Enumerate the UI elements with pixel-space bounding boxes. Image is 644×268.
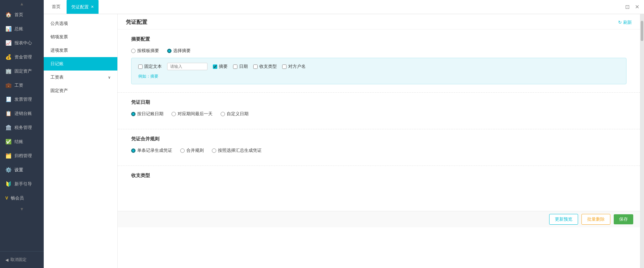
tab-bar: 首页 凭证配置 ✕ ⊡ ✕ xyxy=(44,0,644,14)
save-button[interactable]: 保存 xyxy=(614,214,633,224)
unpin-icon: ◀ xyxy=(5,258,8,262)
report-icon: 📈 xyxy=(5,40,12,46)
income-expense-type-checkbox-label[interactable]: 收支类型 xyxy=(253,63,277,70)
sidebar-scroll-up[interactable]: ▲ xyxy=(0,0,44,8)
settlement-icon: ✅ xyxy=(5,139,12,145)
sidebar-bottom: ◀ 取消固定 xyxy=(0,251,44,268)
sidebar-item-settlement[interactable]: ✅ 结账 xyxy=(0,135,44,149)
tab-voucher-config[interactable]: 凭证配置 ✕ xyxy=(67,0,99,14)
purchase-sale-icon: 📋 xyxy=(5,110,12,117)
custom-date-radio[interactable] xyxy=(221,112,225,116)
scroll-thumb[interactable] xyxy=(641,21,643,41)
voucher-date-radio-group: 按日记账日期 对应期间最后一天 自定义日期 xyxy=(131,111,627,117)
refresh-button[interactable]: ↻ 刷新 xyxy=(618,19,632,26)
page-header: 凭证配置 ↻ 刷新 xyxy=(118,14,640,30)
template-summary-radio-label[interactable]: 按模板摘要 xyxy=(131,48,159,54)
archive-icon: 🗂️ xyxy=(5,153,12,159)
main-content: 首页 凭证配置 ✕ ⊡ ✕ 公共选项 销项发票 进项发票 日记账 xyxy=(44,0,644,268)
fixed-text-input[interactable] xyxy=(167,63,207,70)
refresh-icon: ↻ xyxy=(618,20,622,25)
tab-bar-actions: ⊡ ✕ xyxy=(624,3,641,11)
left-nav-journal[interactable]: 日记账 xyxy=(44,57,117,71)
right-content-area: 凭证配置 ↻ 刷新 摘要配置 按模板摘要 选择摘要 xyxy=(118,14,640,268)
footer-bar: 更新预览 批量删除 保存 xyxy=(118,211,640,227)
date-checkbox-label[interactable]: 日期 xyxy=(233,63,248,70)
sidebar-item-newbie-guide[interactable]: 🔰 新手引导 xyxy=(0,177,44,191)
home-icon: 🏠 xyxy=(5,12,12,18)
summary-checkbox-label[interactable]: 摘要 xyxy=(213,63,228,70)
sidebar-item-purchase-sale[interactable]: 📋 进销台账 xyxy=(0,106,44,121)
invoice-icon: 🧾 xyxy=(5,96,12,102)
by-journal-date-radio[interactable] xyxy=(131,112,136,116)
left-nav-purchase-invoice[interactable]: 进项发票 xyxy=(44,44,117,57)
sidebar-item-invoice-management[interactable]: 🧾 发票管理 xyxy=(0,92,44,106)
income-expense-type-checkbox[interactable] xyxy=(253,64,258,69)
summary-options-box: 固定文本 摘要 日期 收支类型 xyxy=(131,58,627,84)
counterparty-name-checkbox[interactable] xyxy=(282,64,287,69)
fixed-text-checkbox[interactable] xyxy=(138,64,143,69)
custom-date-radio-label[interactable]: 自定义日期 xyxy=(221,111,249,117)
summary-checkbox-group: 固定文本 摘要 日期 收支类型 xyxy=(138,63,619,70)
template-summary-radio[interactable] xyxy=(131,49,136,53)
page-title: 凭证配置 xyxy=(126,19,147,26)
income-expense-type-section: 收支类型 xyxy=(118,166,640,211)
sidebar-item-home[interactable]: 🏠 首页 xyxy=(0,8,44,22)
tab-close-icon[interactable]: ✕ xyxy=(91,5,94,9)
sidebar-item-tax-management[interactable]: 🏛️ 税务管理 xyxy=(0,121,44,135)
by-period-last-day-radio-label[interactable]: 对应期间最后一天 xyxy=(172,111,213,117)
tab-home[interactable]: 首页 xyxy=(47,0,65,14)
left-nav-public-options[interactable]: 公共选项 xyxy=(44,17,117,30)
member-icon: V xyxy=(5,196,8,200)
close-window-button[interactable]: ✕ xyxy=(634,3,641,11)
voucher-merge-section: 凭证合并规则 单条记录生成凭证 合并规则 按照选择汇总生成凭证 xyxy=(118,129,640,166)
single-record-radio-label[interactable]: 单条记录生成凭证 xyxy=(131,147,172,153)
newbie-icon: 🔰 xyxy=(5,181,12,187)
voucher-merge-radio-group: 单条记录生成凭证 合并规则 按照选择汇总生成凭证 xyxy=(131,147,627,153)
counterparty-name-checkbox-label[interactable]: 对方户名 xyxy=(282,63,306,70)
fixed-text-checkbox-label[interactable]: 固定文本 xyxy=(138,63,162,70)
single-record-radio[interactable] xyxy=(131,148,136,153)
voucher-date-section: 凭证日期 按日记账日期 对应期间最后一天 自定义日期 xyxy=(118,93,640,129)
by-period-last-day-radio[interactable] xyxy=(172,112,176,116)
restore-window-button[interactable]: ⊡ xyxy=(624,3,631,11)
select-summary-radio[interactable] xyxy=(167,49,172,53)
sidebar-item-payroll[interactable]: 💼 工资 xyxy=(0,78,44,92)
content-wrapper: 公共选项 销项发票 进项发票 日记账 工资表 ∨ 固定资产 凭证配置 xyxy=(44,14,644,268)
sidebar-item-member[interactable]: V 畅会员 xyxy=(0,191,44,205)
summary-config-section: 摘要配置 按模板摘要 选择摘要 固定文本 xyxy=(118,30,640,93)
voucher-date-title: 凭证日期 xyxy=(131,99,627,105)
sidebar-item-general-ledger[interactable]: 📊 总账 xyxy=(0,22,44,36)
summary-config-title: 摘要配置 xyxy=(131,36,627,42)
sidebar-scroll-down[interactable]: ▼ xyxy=(0,205,44,213)
update-preview-button[interactable]: 更新预览 xyxy=(549,214,578,225)
sidebar-item-report-center[interactable]: 📈 报表中心 xyxy=(0,36,44,50)
left-nav-sales-invoice[interactable]: 销项发票 xyxy=(44,30,117,44)
by-selection-total-radio-label[interactable]: 按照选择汇总生成凭证 xyxy=(212,147,262,153)
chevron-down-icon: ∨ xyxy=(108,75,111,80)
tax-icon: 🏛️ xyxy=(5,125,12,131)
settings-icon: ⚙️ xyxy=(5,167,12,173)
general-ledger-icon: 📊 xyxy=(5,26,12,32)
batch-delete-button[interactable]: 批量删除 xyxy=(581,214,610,225)
sidebar-item-archive-management[interactable]: 🗂️ 归档管理 xyxy=(0,149,44,163)
left-nav-fixed-assets[interactable]: 固定资产 xyxy=(44,84,117,97)
voucher-merge-title: 凭证合并规则 xyxy=(131,136,627,142)
summary-checkbox[interactable] xyxy=(213,64,217,69)
unpin-sidebar-button[interactable]: ◀ 取消固定 xyxy=(0,254,44,265)
sidebar: ▲ 🏠 首页 📊 总账 📈 报表中心 💰 资金管理 🏢 固定资产 💼 工资 🧾 … xyxy=(0,0,44,268)
merge-rule-radio[interactable] xyxy=(180,148,185,153)
by-journal-date-radio-label[interactable]: 按日记账日期 xyxy=(131,111,163,117)
example-text: 例如：摘要 xyxy=(138,74,619,79)
left-nav-payroll-sheet[interactable]: 工资表 ∨ xyxy=(44,71,117,84)
select-summary-radio-label[interactable]: 选择摘要 xyxy=(167,48,191,54)
summary-radio-group: 按模板摘要 选择摘要 xyxy=(131,48,627,54)
by-selection-total-radio[interactable] xyxy=(212,148,216,153)
fixed-assets-icon: 🏢 xyxy=(5,68,12,74)
sidebar-item-settings[interactable]: ⚙️ 设置 xyxy=(0,163,44,177)
payroll-icon: 💼 xyxy=(5,82,12,88)
merge-rule-radio-label[interactable]: 合并规则 xyxy=(180,147,204,153)
sidebar-item-fund-management[interactable]: 💰 资金管理 xyxy=(0,50,44,64)
fund-icon: 💰 xyxy=(5,54,12,60)
date-checkbox[interactable] xyxy=(233,64,237,69)
sidebar-item-fixed-assets[interactable]: 🏢 固定资产 xyxy=(0,64,44,78)
